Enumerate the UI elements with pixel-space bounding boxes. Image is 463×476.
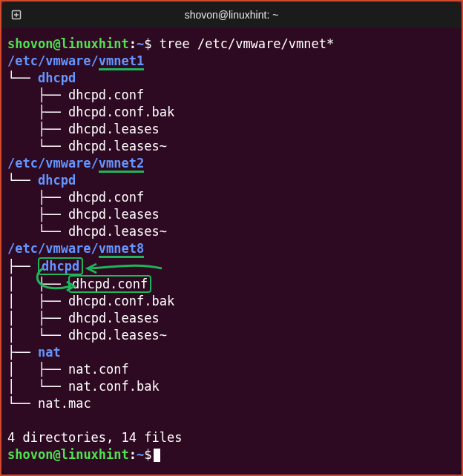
tree-file-row: │ ├── dhcpd.leases <box>7 310 456 327</box>
tree-root: /etc/vmware/vmnet1 <box>7 53 456 70</box>
tree-file-row: ├── dhcpd.conf.bak <box>7 104 456 121</box>
tree-file-row: ├── dhcpd.leases <box>7 121 456 138</box>
new-tab-button[interactable] <box>7 6 25 24</box>
window-title: shovon@linuxhint: ~ <box>31 7 432 24</box>
tree-dir-row: └── dhcpd <box>7 172 456 189</box>
command-text <box>152 36 160 51</box>
tree-file-row: │ ├── dhcpd.conf.bak <box>7 293 456 310</box>
tree-dir-row: ├── nat <box>7 344 456 361</box>
prompt-line: shovon@linuxhint:~$ <box>7 446 456 463</box>
prompt-host: linuxhint <box>61 36 129 51</box>
highlight-dhcpd-dir: dhcpd <box>38 257 83 275</box>
tree-file-row: │ └── nat.conf.bak <box>7 378 456 395</box>
tree-file-row: │ └── dhcpd.leases~ <box>7 327 456 344</box>
tree-root: /etc/vmware/vmnet2 <box>7 155 456 172</box>
tree-file-row: ├── dhcpd.conf <box>7 189 456 206</box>
tree-file-row: └── dhcpd.leases~ <box>7 138 456 155</box>
tree-dir-row: ├── dhcpd <box>7 257 456 275</box>
prompt-line: shovon@linuxhint:~$ tree /etc/vmware/vmn… <box>7 36 456 53</box>
tree-file-row: ├── dhcpd.conf <box>7 87 456 104</box>
tree-file-row: └── nat.mac <box>7 395 456 412</box>
window-titlebar: shovon@linuxhint: ~ <box>1 1 462 28</box>
prompt-dollar: $ <box>144 36 151 51</box>
summary-line: 4 directories, 14 files <box>7 429 456 446</box>
tree-dir-row: └── dhcpd <box>7 70 456 87</box>
cursor-icon <box>154 449 160 462</box>
prompt-user: shovon <box>7 36 53 51</box>
prompt-at: @ <box>53 36 60 51</box>
highlight-dhcpd-conf: dhcpd.conf <box>68 275 151 293</box>
prompt-path: ~ <box>137 36 144 51</box>
tree-file-row: │ ├── nat.conf <box>7 361 456 378</box>
tree-root: /etc/vmware/vmnet8 <box>7 240 456 257</box>
tree-file-row: ├── dhcpd.leases <box>7 206 456 223</box>
tree-file-row: │ ├── dhcpd.conf <box>7 275 456 293</box>
prompt-colon: : <box>129 36 137 51</box>
tree-file-row: └── dhcpd.leases~ <box>7 223 456 240</box>
terminal-content[interactable]: shovon@linuxhint:~$ tree /etc/vmware/vmn… <box>1 28 462 475</box>
